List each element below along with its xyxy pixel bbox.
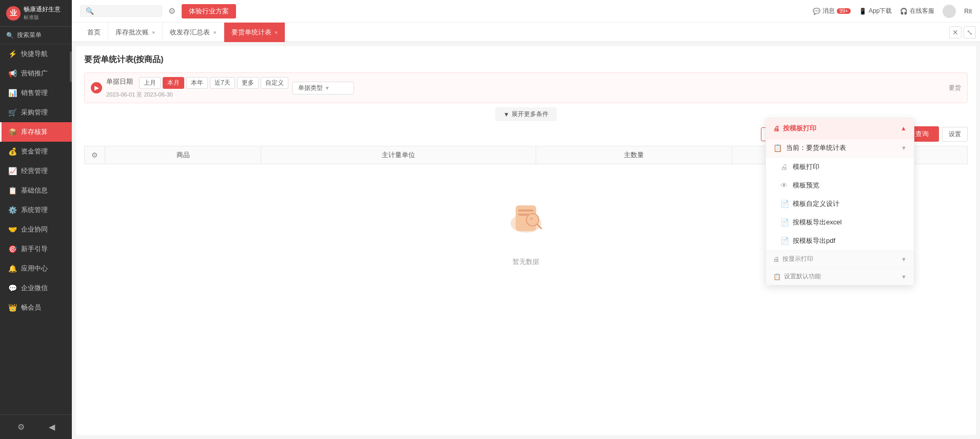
export-pdf-icon: 📄 (780, 237, 789, 245)
doc-type-filter[interactable]: 单据类型 ▼ (292, 82, 354, 94)
display-print-label: 按显示打印 (782, 255, 813, 263)
expand-more-label: 展开更多条件 (512, 110, 548, 119)
sidebar-item-system[interactable]: ⚙️ 系统管理 (0, 200, 72, 220)
current-template-icon: 📋 (773, 144, 782, 152)
date-filter-group: 单据日期 上月 本月 本年 近7天 更多 自定义 2023-06-01 至 20… (106, 77, 288, 99)
template-print-item[interactable]: 🖨 模板打印 (766, 158, 914, 176)
tab-bar: 首页 库存批次账 × 收发存汇总表 × 要货单统计表 × ✕ ⤡ (72, 23, 980, 42)
tab-label: 首页 (87, 28, 101, 37)
date-range-display: 2023-06-01 至 2023-06-30 (106, 91, 288, 99)
finance-icon: 💰 (8, 147, 17, 156)
doc-type-label: 单据类型 (298, 84, 323, 92)
template-design-item[interactable]: 📄 模板自定义设计 (766, 195, 914, 213)
top-bar-left: 🔍 ⚙ 体验行业方案 (80, 4, 236, 18)
sidebar-item-shortcut[interactable]: ⚡ 快捷导航 (0, 44, 72, 64)
trial-button[interactable]: 体验行业方案 (182, 4, 236, 18)
close-window-button[interactable]: ✕ (949, 26, 962, 39)
sidebar-search[interactable]: 🔍 搜索菜单 (0, 27, 72, 44)
sidebar-scrollbar[interactable] (70, 41, 72, 418)
date-btn-this-month[interactable]: 本月 (163, 77, 184, 89)
sidebar-item-label: 快捷导航 (21, 49, 48, 59)
tab-batch-accounts[interactable]: 库存批次账 × (108, 23, 163, 42)
system-icon: ⚙️ (8, 205, 17, 215)
maximize-button[interactable]: ⤡ (964, 26, 976, 39)
sidebar-item-newbie[interactable]: 🎯 新手引导 (0, 239, 72, 259)
gear-icon[interactable]: ⚙ (166, 4, 178, 18)
marketing-icon: 📢 (8, 69, 17, 78)
sidebar-item-inventory[interactable]: 📦 库存核算 (0, 122, 72, 142)
date-filter-buttons: 上月 本月 本年 近7天 更多 自定义 (139, 77, 288, 89)
logo-icon: 业 (6, 6, 21, 21)
print-dropdown: 🖨 按模板打印 ▲ 📋 当前：要货单统计表 ▼ 🖨 (766, 118, 914, 285)
date-btn-7days[interactable]: 近7天 (210, 77, 235, 89)
sidebar-item-purchase[interactable]: 🛒 采购管理 (0, 103, 72, 122)
filter-expand-button[interactable]: ▶ (91, 82, 102, 93)
service-icon: 🎧 (900, 8, 908, 15)
close-tab-icon[interactable]: × (213, 29, 216, 35)
sidebar-item-label: 营销推广 (21, 69, 48, 78)
svg-rect-2 (518, 209, 534, 212)
user-avatar[interactable] (943, 5, 956, 18)
member-icon: 👑 (8, 303, 17, 312)
operations-icon: 📈 (8, 166, 17, 176)
scrollbar-thumb (70, 51, 72, 82)
sidebar-item-weixin[interactable]: 💬 企业微信 (0, 278, 72, 298)
sidebar-item-label: 经营管理 (21, 166, 48, 176)
top-bar-search[interactable]: 🔍 (80, 5, 162, 17)
sidebar-item-member[interactable]: 👑 畅会员 (0, 298, 72, 317)
export-pdf-item[interactable]: 📄 按模板导出pdf (766, 232, 914, 250)
print-title-label: 按模板打印 (783, 124, 816, 133)
date-btn-this-year[interactable]: 本年 (186, 77, 208, 89)
sidebar-item-sales[interactable]: 📊 销售管理 (0, 83, 72, 103)
service-label: 在线客服 (910, 7, 934, 15)
date-btn-more[interactable]: 更多 (237, 77, 259, 89)
set-default-item[interactable]: 📋 设置默认功能 ▼ (766, 268, 914, 285)
template-design-icon: 📄 (780, 200, 789, 208)
template-print-icon: 🖨 (780, 163, 789, 171)
sidebar-item-basic[interactable]: 📋 基础信息 (0, 181, 72, 200)
date-btn-last-month[interactable]: 上月 (139, 77, 161, 89)
export-excel-item[interactable]: 📄 按模板导出excel (766, 213, 914, 232)
customer-service-item[interactable]: 🎧 在线客服 (900, 7, 934, 15)
expand-more-icon: ▼ (503, 111, 509, 118)
empty-illustration (503, 195, 549, 251)
expand-more-button[interactable]: ▼ 展开更多条件 (495, 107, 557, 121)
tab-home[interactable]: 首页 (80, 23, 108, 42)
date-btn-custom[interactable]: 自定义 (261, 77, 288, 89)
page-area: 要货单统计表(按商品) ▶ 单据日期 上月 本月 本年 近7天 更多 自定义 (72, 42, 980, 439)
template-preview-item[interactable]: 👁 模板预览 (766, 176, 914, 195)
tab-label: 收发存汇总表 (170, 28, 210, 37)
tab-label: 要货单统计表 (231, 28, 271, 37)
export-excel-label: 按模板导出excel (793, 218, 841, 227)
table-settings-col[interactable]: ⚙ (85, 146, 105, 164)
sidebar-item-operations[interactable]: 📈 经营管理 (0, 161, 72, 181)
notification-item[interactable]: 💬 消息 99+ (813, 7, 851, 15)
template-preview-icon: 👁 (780, 181, 789, 189)
sidebar-item-finance[interactable]: 💰 资金管理 (0, 142, 72, 161)
print-dropdown-close-icon[interactable]: ▲ (900, 125, 907, 132)
top-bar: 🔍 ⚙ 体验行业方案 💬 消息 99+ 📱 App下载 🎧 在线客服 Rit (72, 0, 980, 23)
current-template-item[interactable]: 📋 当前：要货单统计表 ▼ (766, 139, 914, 157)
sidebar-item-marketing[interactable]: 📢 营销推广 (0, 64, 72, 83)
print-title-icon: 🖨 (773, 125, 780, 132)
newbie-icon: 🎯 (8, 244, 17, 254)
sidebar-item-enterprise[interactable]: 🤝 企业协同 (0, 220, 72, 239)
search-icon: 🔍 (86, 7, 94, 15)
close-tab-icon[interactable]: × (152, 29, 155, 35)
tab-label: 库存批次账 (115, 28, 149, 37)
date-filter-row: 单据日期 上月 本月 本年 近7天 更多 自定义 (106, 77, 288, 89)
display-print-item[interactable]: 🖨 按显示打印 ▼ (766, 251, 914, 268)
order-status-label: 要货 (949, 84, 961, 92)
settings-button[interactable]: 设置 (942, 127, 968, 142)
table-col-product: 商品 (105, 146, 261, 164)
settings-icon[interactable]: ⚙ (15, 420, 27, 434)
sidebar-item-label: 企业协同 (21, 225, 48, 234)
search-input[interactable] (96, 8, 163, 15)
tab-order-stats[interactable]: 要货单统计表 × (224, 23, 285, 42)
collapse-icon[interactable]: ◀ (47, 420, 57, 434)
close-tab-icon[interactable]: × (275, 29, 278, 35)
table-settings-icon[interactable]: ⚙ (91, 151, 98, 159)
tab-receipts-summary[interactable]: 收发存汇总表 × (163, 23, 224, 42)
sidebar-item-appstore[interactable]: 🔔 应用中心 (0, 259, 72, 278)
app-download-item[interactable]: 📱 App下载 (859, 7, 892, 15)
